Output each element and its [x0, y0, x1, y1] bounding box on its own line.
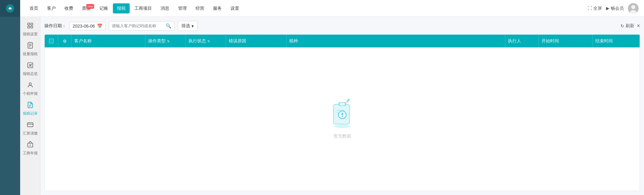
sub-item-huisuan-jiaona[interactable]: 汇算清缴 — [22, 119, 39, 139]
svg-point-21 — [334, 125, 350, 128]
sub-item-gongshang-nianbao[interactable]: 工商年报 — [22, 139, 39, 158]
th-customer-name: 客户名称 — [72, 35, 145, 47]
empty-state: 暂无数据 — [327, 99, 357, 139]
piliang-baoshui-label: 批量报税 — [23, 51, 38, 56]
sort-icon-operation: ⇅ — [167, 39, 170, 43]
video-icon: ▶ — [606, 6, 609, 11]
sub-item-piliang-baoshui[interactable]: 批量报税 — [22, 39, 39, 59]
sidebar-logo — [0, 0, 20, 17]
nav-item-jizhang[interactable]: 记账 — [95, 3, 112, 13]
svg-point-27 — [342, 116, 343, 117]
th-error-reason: 错误原因 — [226, 35, 287, 47]
huisuan-jiaona-label: 汇算清缴 — [23, 131, 38, 136]
table-header: ⚙ 客户名称 操作类型 ⇅ 执行状态 ⇅ 错误原因 — [45, 35, 640, 47]
fullscreen-label: 全屏 — [593, 5, 602, 11]
svg-rect-24 — [339, 103, 345, 105]
page-area: 操作日期： 2023-06-06 📅 🔍 筛选 ▾ ↻ 刷新 — [40, 17, 644, 195]
svg-rect-30 — [346, 99, 351, 102]
nav-item-shoufei[interactable]: 收费 — [60, 3, 77, 13]
th-start-time: 开始时间 — [539, 35, 593, 47]
sub-item-baoshui-jilu[interactable]: 报税记录 — [22, 99, 39, 119]
settings-icon: ⚙ — [63, 39, 67, 44]
svg-rect-29 — [336, 112, 342, 112]
close-icon: × — [637, 23, 640, 29]
baoshui-shezhi-icon — [27, 22, 34, 31]
member-label: 畅会员 — [611, 5, 624, 11]
sidebar — [0, 0, 20, 195]
svg-rect-26 — [342, 113, 343, 115]
filter-label: 筛选 — [181, 23, 190, 29]
nav-item-gongshang[interactable]: 工商项目 — [130, 3, 156, 13]
gongshang-nianbao-label: 工商年报 — [23, 151, 38, 156]
th-exec-status: 执行状态 ⇅ — [186, 35, 226, 47]
refresh-icon: ↻ — [620, 24, 624, 29]
nav-item-fuwu[interactable]: 服务 — [209, 3, 226, 13]
geshui-shenbao-label: 个税申报 — [23, 91, 38, 96]
sub-item-baoshui-zongjian[interactable]: 报税总览 — [22, 59, 39, 79]
svg-rect-6 — [28, 26, 30, 28]
huisuan-jiaona-icon — [27, 121, 34, 130]
filter-button[interactable]: 筛选 ▾ — [178, 21, 198, 31]
main-area: 首页客户收费票据new记账报税工商项目消息管理经营服务设置 ⛶ 全屏 ▶ 畅会员 — [20, 0, 644, 195]
baoshui-jilu-icon — [27, 102, 34, 110]
date-picker[interactable]: 2023-06-06 📅 — [70, 22, 105, 30]
piliang-baoshui-icon — [27, 42, 34, 50]
nav-right: ⛶ 全屏 ▶ 畅会员 — [588, 3, 639, 14]
th-checkbox[interactable] — [45, 35, 58, 47]
th-settings[interactable]: ⚙ — [58, 35, 72, 47]
th-operation-type: 操作类型 ⇅ — [145, 35, 186, 47]
calendar-icon: 📅 — [97, 24, 102, 29]
baoshui-zongjian-icon — [27, 62, 34, 70]
svg-rect-4 — [28, 23, 30, 25]
content-area: 报税设置批量报税报税总览个税申报报税记录汇算清缴工商年报 操作日期： 2023-… — [20, 17, 644, 195]
nav-item-guanli[interactable]: 管理 — [174, 3, 191, 13]
nav-item-baoshui[interactable]: 报税 — [113, 3, 130, 13]
data-table: ⚙ 客户名称 操作类型 ⇅ 执行状态 ⇅ 错误原因 — [44, 34, 640, 191]
table-body: 暂无数据 — [45, 47, 640, 191]
toolbar-right: ↻ 刷新 × — [620, 23, 640, 29]
refresh-label: 刷新 — [626, 23, 634, 29]
nav-item-customer[interactable]: 客户 — [43, 3, 60, 13]
search-button[interactable]: 🔍 — [163, 22, 174, 30]
chevron-down-icon: ▾ — [191, 24, 194, 29]
baoshui-shezhi-label: 报税设置 — [23, 32, 38, 37]
th-end-time: 结束时间 — [593, 35, 640, 47]
search-input[interactable] — [109, 22, 163, 30]
th-tax-type: 税种 — [287, 35, 505, 47]
svg-point-2 — [631, 5, 635, 9]
search-wrap: 🔍 — [109, 21, 174, 31]
geshui-shenbao-icon — [27, 82, 34, 90]
svg-point-13 — [29, 83, 31, 85]
close-button[interactable]: × — [637, 23, 640, 29]
date-value: 2023-06-06 — [73, 24, 95, 29]
toolbar: 操作日期： 2023-06-06 📅 🔍 筛选 ▾ ↻ 刷新 — [44, 21, 640, 31]
fullscreen-button[interactable]: ⛶ 全屏 — [588, 5, 602, 11]
nav-item-piaoju[interactable]: 票据new — [78, 3, 95, 13]
sub-item-geshui-shenbao[interactable]: 个税申报 — [22, 79, 39, 99]
date-label: 操作日期： — [44, 23, 66, 29]
svg-rect-7 — [31, 26, 33, 28]
fullscreen-icon: ⛶ — [588, 6, 592, 11]
sub-item-baoshui-shezhi[interactable]: 报税设置 — [22, 20, 39, 39]
svg-rect-16 — [27, 123, 33, 127]
baoshui-zongjian-label: 报税总览 — [23, 71, 38, 76]
baoshui-jilu-label: 报税记录 — [23, 111, 38, 116]
nav-badge-piaoju: new — [86, 4, 94, 9]
refresh-button[interactable]: ↻ 刷新 — [620, 23, 634, 29]
sub-sidebar: 报税设置批量报税报税总览个税申报报税记录汇算清缴工商年报 — [20, 17, 40, 195]
select-all-checkbox[interactable] — [49, 39, 54, 43]
empty-illustration — [327, 99, 357, 129]
nav-item-jingying[interactable]: 经营 — [191, 3, 208, 13]
user-avatar[interactable] — [628, 3, 639, 14]
sort-icon-status: ⇅ — [207, 39, 210, 43]
svg-rect-5 — [31, 23, 33, 25]
svg-rect-28 — [336, 110, 344, 111]
member-button[interactable]: ▶ 畅会员 — [606, 5, 624, 11]
nav-item-shezhi[interactable]: 设置 — [226, 3, 243, 13]
nav-item-xiaoxi[interactable]: 消息 — [157, 3, 173, 13]
top-nav: 首页客户收费票据new记账报税工商项目消息管理经营服务设置 ⛶ 全屏 ▶ 畅会员 — [20, 0, 644, 17]
nav-item-home[interactable]: 首页 — [26, 3, 42, 13]
th-executor: 执行人 — [505, 35, 539, 47]
gongshang-nianbao-icon — [27, 141, 34, 150]
empty-text: 暂无数据 — [334, 133, 351, 139]
